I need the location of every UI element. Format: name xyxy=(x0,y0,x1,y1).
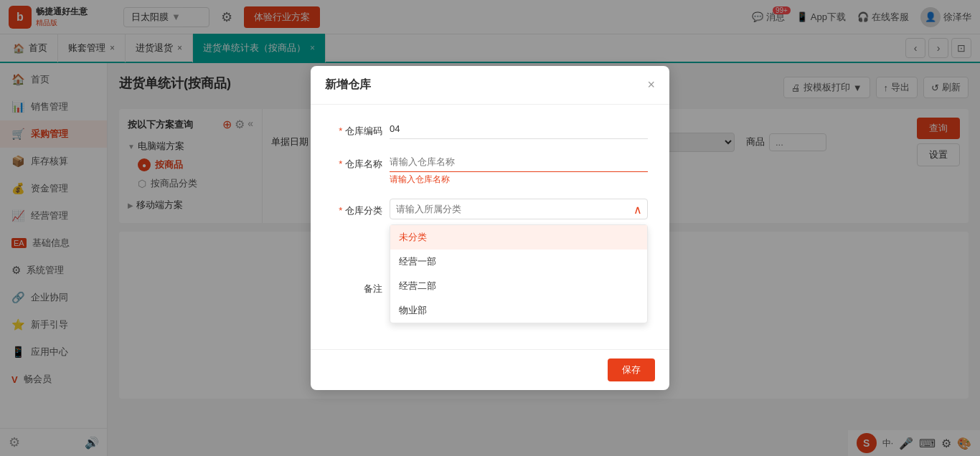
add-warehouse-modal: 新增仓库 × * 仓库编码 * 仓库名称 xyxy=(311,66,669,390)
category-dropdown: 未分类 经营一部 经营二部 物业部 xyxy=(390,224,648,323)
warehouse-code-input[interactable] xyxy=(390,119,648,139)
modal-backdrop: 新增仓库 × * 仓库编码 * 仓库名称 xyxy=(0,0,980,456)
required-star-2: * xyxy=(339,158,342,169)
warehouse-code-label: * 仓库编码 xyxy=(332,119,390,138)
dropdown-item-dept2[interactable]: 经营二部 xyxy=(390,274,647,298)
warehouse-name-input[interactable] xyxy=(390,152,648,172)
warehouse-category-control: ∧ 未分类 经营一部 经营二部 物业部 xyxy=(390,199,648,219)
warehouse-name-label: * 仓库名称 xyxy=(332,152,390,171)
save-button[interactable]: 保存 xyxy=(608,358,655,381)
category-select-wrap: ∧ xyxy=(390,199,648,219)
warehouse-code-control xyxy=(390,119,648,139)
modal-title: 新增仓库 xyxy=(325,77,371,92)
modal-body: * 仓库编码 * 仓库名称 请输入仓库名称 xyxy=(311,105,669,349)
form-row-code: * 仓库编码 xyxy=(332,119,648,139)
required-star: * xyxy=(339,125,342,136)
warehouse-category-label: * 仓库分类 xyxy=(332,199,390,217)
category-select-input[interactable] xyxy=(390,199,648,219)
dropdown-item-uncategorized[interactable]: 未分类 xyxy=(390,225,647,250)
warehouse-name-control: 请输入仓库名称 xyxy=(390,152,648,186)
dropdown-item-dept1[interactable]: 经营一部 xyxy=(390,250,647,274)
modal-close-btn[interactable]: × xyxy=(647,77,655,92)
remark-label: 备注 xyxy=(332,277,390,295)
required-star-3: * xyxy=(339,205,342,216)
warehouse-name-error: 请输入仓库名称 xyxy=(390,174,648,186)
modal-footer: 保存 xyxy=(311,349,669,390)
form-row-category: * 仓库分类 ∧ 未分类 经营一部 经营二部 物业部 xyxy=(332,199,648,219)
modal-header: 新增仓库 × xyxy=(311,66,669,105)
form-row-name: * 仓库名称 请输入仓库名称 xyxy=(332,152,648,186)
dropdown-item-dept3[interactable]: 物业部 xyxy=(390,298,647,323)
